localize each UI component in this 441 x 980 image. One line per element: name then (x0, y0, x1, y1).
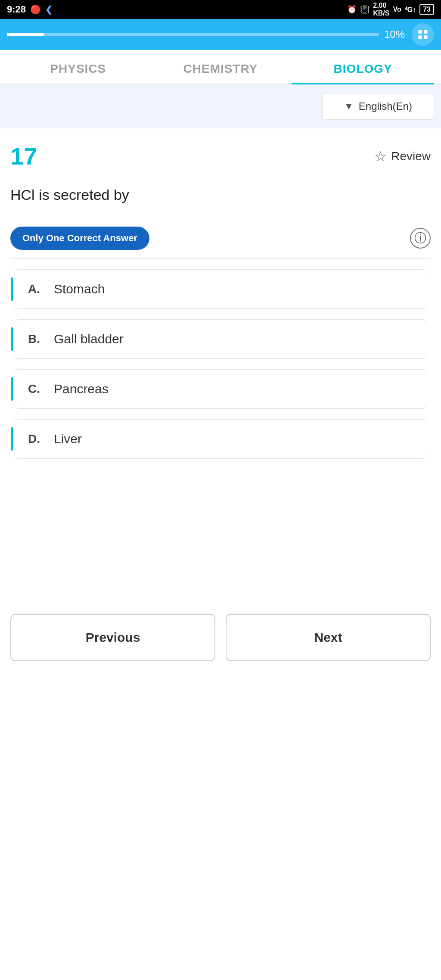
grid-icon-button[interactable] (412, 23, 434, 46)
question-area: 17 ☆ Review HCl is secreted by Only One … (0, 128, 441, 467)
svg-rect-1 (424, 30, 427, 34)
speed-indicator: 2.00KB/S (373, 2, 389, 17)
option-d-text: Liver (54, 432, 82, 446)
status-icon-back: ❮ (45, 4, 53, 15)
subject-tabs: PHYSICS CHEMISTRY BIOLOGY (0, 50, 441, 84)
network-icon: Vo (393, 6, 401, 13)
star-icon: ☆ (374, 148, 387, 165)
option-d[interactable]: D. Liver (14, 419, 427, 459)
option-a-letter: A. (28, 282, 43, 296)
tab-chemistry[interactable]: CHEMISTRY (149, 50, 292, 84)
answer-type-badge: Only One Correct Answer (10, 227, 149, 250)
review-button[interactable]: ☆ Review (374, 148, 431, 165)
progress-fill (7, 33, 44, 36)
previous-button[interactable]: Previous (10, 614, 215, 661)
chevron-down-icon: ▼ (344, 101, 354, 112)
status-time: 9:28 (7, 4, 26, 15)
progress-area: 10% (0, 19, 441, 50)
option-a[interactable]: A. Stomach (14, 269, 427, 309)
grid-svg (417, 28, 429, 40)
question-text: HCl is secreted by (10, 184, 431, 206)
language-selector[interactable]: ▼ English(En) (322, 93, 434, 120)
next-button[interactable]: Next (226, 614, 431, 661)
options-list: A. Stomach B. Gall bladder C. Pancreas D… (10, 269, 431, 459)
svg-rect-0 (419, 30, 422, 34)
svg-rect-2 (419, 35, 422, 39)
status-icon-record: 🔴 (30, 4, 41, 15)
alarm-icon: ⏰ (347, 5, 357, 14)
answer-type-row: Only One Correct Answer ⓘ (10, 227, 431, 250)
question-header: 17 ☆ Review (10, 142, 431, 170)
vibrate-icon: 📳 (360, 5, 370, 14)
progress-track (7, 33, 379, 36)
option-b-text: Gall bladder (54, 332, 124, 346)
svg-rect-3 (424, 35, 427, 39)
option-c[interactable]: C. Pancreas (14, 369, 427, 409)
info-icon[interactable]: ⓘ (410, 228, 431, 249)
signal-icon: ⁴G↑ (405, 6, 416, 14)
language-label: English(En) (359, 100, 412, 112)
tab-biology[interactable]: BIOLOGY (292, 50, 434, 84)
option-b-letter: B. (28, 332, 43, 346)
option-c-letter: C. (28, 382, 43, 396)
option-b[interactable]: B. Gall bladder (14, 319, 427, 359)
option-d-letter: D. (28, 432, 43, 446)
question-number: 17 (10, 142, 37, 170)
review-label: Review (391, 149, 431, 163)
divider (10, 258, 431, 259)
progress-percent: 10% (384, 28, 405, 40)
navigation-buttons: Previous Next (0, 597, 441, 682)
option-a-text: Stomach (54, 282, 105, 296)
language-area: ▼ English(En) (0, 84, 441, 128)
option-c-text: Pancreas (54, 382, 109, 396)
battery-icon: 73 (419, 4, 434, 15)
tab-physics[interactable]: PHYSICS (7, 50, 149, 84)
status-bar: 9:28 🔴 ❮ ⏰ 📳 2.00KB/S Vo ⁴G↑ 73 (0, 0, 441, 19)
